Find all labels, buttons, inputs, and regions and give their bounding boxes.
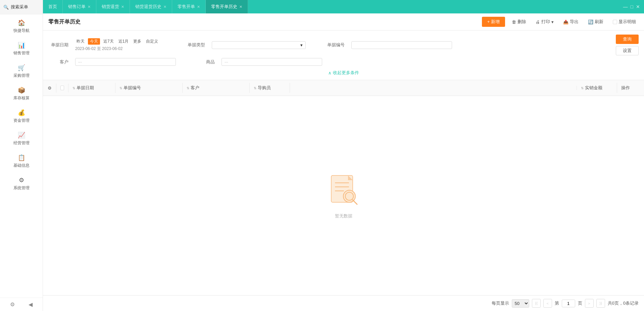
collapse-row: ∧ 收起更多条件: [48, 68, 639, 77]
sidebar-item-operations[interactable]: 📈 经营管理: [0, 127, 43, 149]
date-tab-custom[interactable]: 自定义: [145, 38, 159, 45]
display-detail-label: 显示明细: [618, 19, 636, 25]
th-guide[interactable]: ⇅ 导购员: [250, 83, 290, 93]
purchase-icon: 🛒: [18, 64, 25, 71]
sidebar-bottom: ⚙ ◀: [0, 298, 43, 311]
th-date-label: 单据日期: [77, 85, 94, 91]
table-header: ⚙ ⇅ 单据日期 ⇅ 单据编号 ⇅ 客户 ⇅: [43, 80, 644, 96]
sidebar-item-finance[interactable]: 💰 资金管理: [0, 104, 43, 127]
th-client-sort-icon: ⇅: [187, 86, 189, 90]
close-tab-retail-open-history[interactable]: ✕: [239, 5, 242, 9]
filter-row-2: 客户 ··· 商品 ···: [48, 58, 639, 66]
th-amount-sort-icon: ⇅: [581, 86, 584, 90]
th-num[interactable]: ⇅ 单据编号: [115, 83, 183, 93]
per-page-label: 每页显示: [492, 300, 509, 306]
close-tab-sales-order[interactable]: ✕: [88, 5, 91, 9]
date-tab-today[interactable]: 今天: [88, 38, 100, 45]
date-tab-yesterday[interactable]: 昨天: [75, 38, 86, 45]
tab-retail-open[interactable]: 零售开单 ✕: [172, 0, 206, 13]
collapse-sidebar-icon[interactable]: ◀: [29, 301, 33, 308]
print-icon: 🖨: [536, 19, 540, 24]
tab-sales-order[interactable]: 销售订单 ✕: [63, 0, 96, 13]
th-amount[interactable]: ⇅ 实销金额: [577, 83, 617, 93]
close-btn[interactable]: ✕: [636, 4, 640, 9]
header-checkbox[interactable]: [60, 86, 64, 90]
doc-type-label: 单据类型: [185, 42, 205, 48]
date-tab-more[interactable]: 更多: [132, 38, 143, 45]
sidebar: 🔍 搜索采单 🏠 快捷导航 📊 销售管理 🛒 采购管理 📦 库存核算 💰 资金管…: [0, 0, 43, 311]
tab-sales-return[interactable]: 销货退货 ✕: [96, 0, 130, 13]
sidebar-item-basic-info[interactable]: 📋 基础信息: [0, 149, 43, 172]
collapse-btn[interactable]: ∧ 收起更多条件: [328, 68, 359, 77]
tab-sales-return-history[interactable]: 销货退货历史 ✕: [130, 0, 172, 13]
th-client-label: 客户: [191, 85, 199, 91]
doc-num-label: 单据编号: [325, 42, 345, 48]
client-input[interactable]: ···: [75, 58, 176, 66]
refresh-button[interactable]: 🔄 刷新: [585, 17, 606, 26]
sidebar-search-label: 搜索采单: [11, 4, 28, 10]
tab-home[interactable]: 首页: [43, 0, 63, 13]
page-title: 零售开单历史: [48, 18, 81, 25]
minimize-btn[interactable]: —: [623, 4, 628, 9]
sidebar-item-purchase-mgmt[interactable]: 🛒 采购管理: [0, 59, 43, 82]
sidebar-item-label: 资金管理: [13, 118, 30, 123]
close-tab-retail-open[interactable]: ✕: [197, 5, 200, 9]
close-tab-sales-return[interactable]: ✕: [121, 5, 124, 9]
display-detail-toggle[interactable]: 显示明细: [610, 17, 639, 26]
th-settings[interactable]: ⚙: [43, 84, 56, 93]
sidebar-item-label: 库存核算: [13, 95, 30, 101]
doc-type-select[interactable]: ▾: [212, 41, 306, 49]
export-button[interactable]: 📤 导出: [560, 17, 581, 26]
th-date[interactable]: ⇅ 单据日期: [68, 83, 115, 93]
delete-button[interactable]: 🗑 删除: [509, 17, 529, 26]
table-area: ⚙ ⇅ 单据日期 ⇅ 单据编号 ⇅ 客户 ⇅: [43, 80, 644, 311]
print-dropdown-icon: ▾: [551, 19, 554, 24]
sidebar-item-sales-mgmt[interactable]: 📊 销售管理: [0, 37, 43, 59]
add-button[interactable]: + 新增: [482, 17, 505, 27]
settings-button[interactable]: 设置: [616, 46, 639, 55]
print-button[interactable]: 🖨 打印 ▾: [533, 17, 556, 26]
tab-retail-open-history[interactable]: 零售开单历史 ✕: [206, 0, 248, 13]
delete-icon: 🗑: [512, 19, 516, 24]
pagination: 每页显示 50 10 20 100 ⟨⟨ ＜ 第 页 ＞ ⟩⟩ 共0页，0条记录: [43, 295, 644, 311]
close-tab-sales-return-history[interactable]: ✕: [163, 5, 166, 9]
svg-line-7: [353, 200, 357, 204]
date-tab-last-month[interactable]: 近1月: [117, 38, 130, 45]
doc-type-dropdown-icon: ▾: [300, 43, 303, 48]
tab-sales-order-label: 销售订单: [68, 4, 86, 10]
page-prev-btn[interactable]: ＜: [543, 299, 552, 308]
empty-illustration: [325, 172, 362, 209]
date-filter-group: 昨天 今天 近7天 近1月 更多 自定义 2023-06-02 至 2023-0…: [75, 38, 159, 52]
filter-area: 单据日期 昨天 今天 近7天 近1月 更多 自定义 2023-06-02 至 2…: [43, 31, 644, 80]
maximize-btn[interactable]: □: [631, 4, 633, 9]
sidebar-search-btn[interactable]: 🔍 搜索采单: [0, 0, 43, 14]
sidebar-item-quick-nav[interactable]: 🏠 快捷导航: [0, 14, 43, 37]
sidebar-item-inventory[interactable]: 📦 库存核算: [0, 82, 43, 104]
th-check[interactable]: [56, 84, 68, 92]
print-label: 打印: [541, 19, 550, 25]
th-client[interactable]: ⇅ 客户: [183, 83, 250, 93]
basic-info-icon: 📋: [18, 154, 25, 161]
per-page-select[interactable]: 50 10 20 100: [512, 299, 529, 308]
sidebar-item-label: 经营管理: [13, 140, 30, 146]
tab-home-label: 首页: [48, 4, 57, 10]
page-next-btn[interactable]: ＞: [585, 299, 594, 308]
page-first-btn[interactable]: ⟨⟨: [532, 299, 541, 308]
sidebar-item-label: 基础信息: [13, 163, 30, 168]
page-suffix: 页: [578, 300, 582, 306]
search-icon: 🔍: [3, 5, 9, 10]
th-amount-label: 实销金额: [585, 85, 602, 91]
sidebar-item-label: 销售管理: [13, 50, 30, 56]
settings-bottom-icon[interactable]: ⚙: [10, 301, 15, 308]
page-last-btn[interactable]: ⟩⟩: [596, 299, 605, 308]
finance-icon: 💰: [18, 109, 25, 116]
goods-input[interactable]: ···: [221, 58, 322, 66]
date-tabs: 昨天 今天 近7天 近1月 更多 自定义: [75, 38, 159, 45]
sidebar-item-system-mgmt[interactable]: ⚙ 系统管理: [0, 172, 43, 194]
query-button[interactable]: 查询: [616, 35, 639, 44]
main-area: 首页 销售订单 ✕ 销货退货 ✕ 销货退货历史 ✕ 零售开单 ✕ 零售开单历史 …: [43, 0, 644, 311]
doc-num-input[interactable]: [351, 41, 452, 49]
collapse-up-icon: ∧: [328, 70, 332, 75]
page-number-input[interactable]: [562, 300, 575, 307]
date-tab-last7[interactable]: 近7天: [102, 38, 115, 45]
